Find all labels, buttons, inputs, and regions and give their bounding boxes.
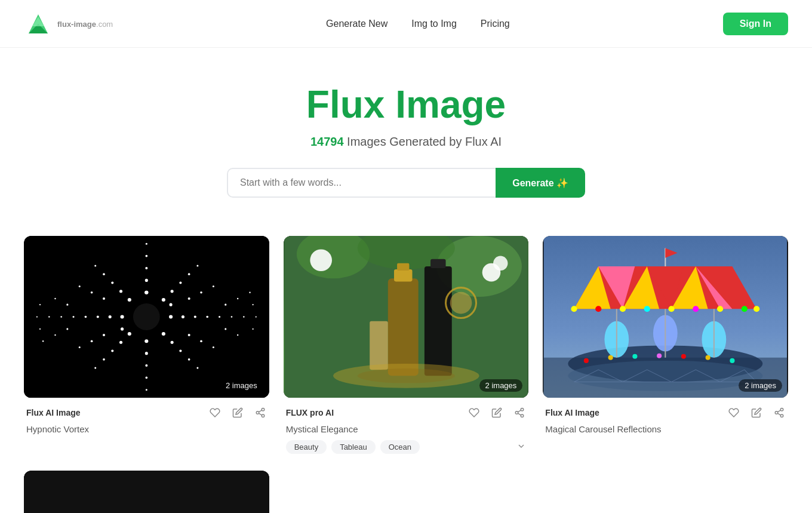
svg-point-22 — [170, 303, 173, 306]
svg-point-37 — [111, 350, 113, 352]
svg-line-115 — [518, 414, 521, 416]
svg-point-134 — [742, 306, 748, 312]
svg-point-17 — [162, 298, 165, 302]
svg-point-50 — [103, 274, 105, 276]
svg-point-41 — [103, 334, 105, 336]
vortex-image — [24, 236, 269, 398]
svg-point-14 — [121, 315, 124, 319]
card-image-wrapper-1[interactable]: 2 images — [24, 236, 269, 398]
svg-point-25 — [109, 315, 112, 318]
tags-expand-button-2[interactable] — [516, 441, 526, 453]
svg-point-92 — [262, 414, 264, 417]
svg-point-38 — [111, 282, 113, 284]
like-button-1[interactable] — [208, 406, 222, 419]
nav-pricing[interactable]: Pricing — [481, 19, 510, 29]
generate-button[interactable]: Generate ✨ — [496, 168, 585, 198]
svg-point-75 — [48, 317, 50, 318]
share-button-1[interactable] — [254, 406, 267, 419]
svg-point-47 — [145, 377, 147, 379]
svg-point-127 — [571, 306, 577, 312]
card-actions-3 — [727, 406, 786, 419]
image-count-badge-1: 2 images — [220, 379, 263, 392]
card-body-3: Flux AI Image Magical Carousel Reflectio… — [543, 398, 788, 443]
logo-icon — [24, 10, 53, 38]
svg-point-56 — [219, 316, 220, 318]
edit-button-3[interactable] — [750, 406, 763, 419]
svg-point-132 — [693, 306, 699, 312]
svg-point-52 — [200, 291, 202, 294]
svg-point-65 — [79, 346, 81, 348]
card-image-wrapper-2[interactable]: 2 images — [284, 236, 529, 398]
svg-point-62 — [94, 265, 96, 267]
svg-rect-103 — [394, 269, 413, 281]
svg-point-53 — [91, 340, 93, 343]
share-button-2[interactable] — [513, 406, 526, 419]
nav-generate-new[interactable]: Generate New — [326, 19, 387, 29]
svg-point-112 — [521, 408, 524, 411]
svg-point-74 — [243, 317, 244, 318]
svg-point-151 — [706, 355, 710, 360]
svg-point-29 — [145, 352, 148, 355]
svg-point-16 — [144, 340, 148, 343]
svg-point-113 — [516, 411, 519, 414]
share-button-3[interactable] — [773, 406, 786, 419]
svg-point-28 — [145, 279, 148, 282]
hero-subtitle: 14794 Images Generated by Flux AI — [12, 135, 800, 149]
card-body-2: FLUX pro AI Mystical Elegance Beauty Tab… — [284, 398, 529, 456]
like-button-2[interactable] — [467, 406, 481, 419]
svg-rect-104 — [397, 263, 409, 271]
svg-point-40 — [188, 297, 190, 300]
svg-point-58 — [146, 243, 147, 245]
svg-point-19 — [128, 298, 131, 302]
svg-point-100 — [493, 256, 508, 271]
svg-point-153 — [780, 408, 783, 411]
svg-point-34 — [145, 267, 147, 269]
logo-link[interactable]: flux-image.com — [24, 10, 113, 38]
image-count-badge-3: 2 images — [739, 379, 782, 392]
image-count-badge-2: 2 images — [479, 379, 523, 392]
svg-point-81 — [42, 340, 44, 342]
svg-point-24 — [182, 315, 184, 318]
like-button-3[interactable] — [727, 406, 740, 419]
svg-point-54 — [91, 291, 93, 294]
svg-point-68 — [224, 304, 226, 306]
svg-point-133 — [717, 306, 723, 312]
svg-point-80 — [249, 292, 250, 293]
svg-point-83 — [36, 317, 38, 318]
svg-point-82 — [256, 317, 257, 318]
card-carousel: 2 images Flux AI Image Magical Carousel — [543, 236, 788, 456]
nav-img-to-img[interactable]: Img to Img — [411, 19, 457, 29]
search-row: Generate ✨ — [227, 168, 585, 198]
svg-point-71 — [224, 328, 226, 330]
edit-button-2[interactable] — [490, 406, 503, 419]
card-image-wrapper-3[interactable]: 2 images — [543, 236, 788, 398]
svg-rect-105 — [425, 266, 452, 376]
svg-point-128 — [595, 306, 601, 312]
svg-point-86 — [253, 328, 254, 330]
svg-point-76 — [237, 298, 238, 299]
sign-in-button[interactable]: Sign In — [723, 13, 788, 35]
svg-point-60 — [196, 265, 198, 267]
svg-point-109 — [450, 292, 472, 314]
svg-point-33 — [97, 316, 99, 318]
svg-point-59 — [146, 389, 147, 391]
svg-point-129 — [620, 306, 626, 312]
edit-button-1[interactable] — [231, 406, 244, 419]
svg-point-42 — [103, 297, 105, 300]
svg-point-152 — [730, 358, 735, 363]
svg-point-155 — [780, 414, 783, 417]
svg-point-101 — [310, 250, 332, 272]
search-input[interactable] — [227, 168, 496, 198]
card-hypnotic-vortex: 2 images Flux AI Image Hypnotic Vortex — [24, 236, 269, 456]
card-author-row-2: FLUX pro AI — [286, 406, 527, 419]
tag-ocean: Ocean — [380, 440, 420, 454]
svg-point-39 — [179, 350, 182, 352]
card-title-2: Mystical Elegance — [286, 424, 527, 434]
svg-point-135 — [753, 306, 759, 312]
card-image-wrapper-4[interactable] — [24, 471, 269, 513]
svg-point-48 — [188, 274, 190, 276]
svg-point-91 — [256, 411, 259, 414]
image-count: 14794 — [310, 135, 344, 148]
hero-title: Flux Image — [12, 84, 800, 125]
svg-point-69 — [66, 328, 68, 330]
